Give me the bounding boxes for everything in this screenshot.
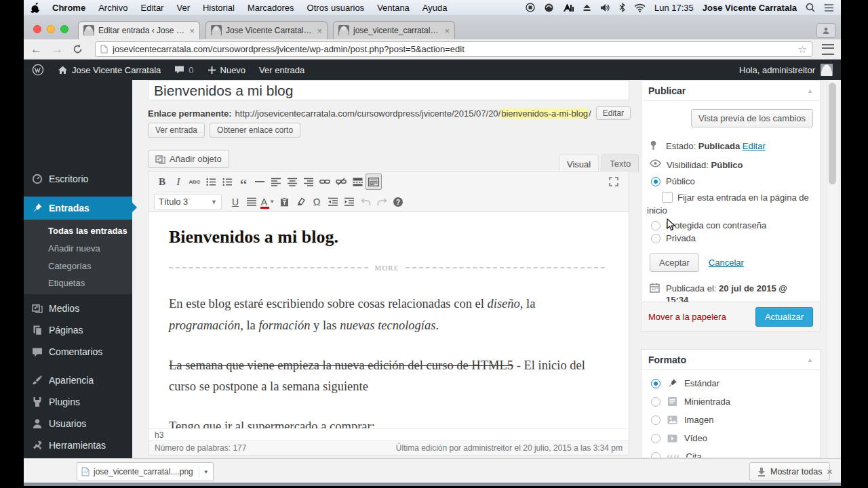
align-right-button[interactable] — [300, 174, 317, 190]
get-shortlink-button[interactable]: Obtener enlace corto — [210, 123, 300, 138]
reload-button[interactable] — [73, 44, 83, 54]
menubar-user[interactable]: Jose Vicente Carratala — [703, 3, 797, 13]
radio-button[interactable] — [651, 415, 660, 425]
sidebar-item-plugins[interactable]: Plugins — [24, 391, 132, 413]
remove-link-button[interactable] — [333, 174, 349, 190]
notification-center-icon[interactable] — [824, 3, 834, 12]
redo-button[interactable] — [374, 194, 390, 210]
wp-logo-icon[interactable] — [32, 64, 44, 76]
menubar-clock[interactable]: Lun 17:35 — [654, 3, 694, 13]
back-button[interactable]: ← — [31, 43, 42, 56]
add-media-button[interactable]: Añadir objeto — [148, 150, 229, 168]
format-select[interactable]: Título 3 ▼ — [154, 194, 222, 210]
chrome-menu-icon[interactable] — [822, 44, 834, 55]
bookmark-star-icon[interactable]: ☆ — [798, 43, 807, 56]
justify-button[interactable] — [243, 194, 260, 210]
text-color-button[interactable]: A▼ — [260, 194, 276, 210]
format-box-header[interactable]: Formato ▲ — [642, 350, 820, 370]
menubar-item-ventana[interactable]: Ventana — [377, 3, 410, 13]
edit-status-link[interactable]: Editar — [743, 141, 766, 151]
menubar-item-ayuda[interactable]: Ayuda — [422, 3, 448, 13]
address-bar[interactable]: josevicentecarratala.com/cursowordpress/… — [95, 41, 812, 57]
menubar-item-ver[interactable]: Ver — [176, 3, 190, 13]
submenu-todas-las-entradas[interactable]: Todas las entradas — [48, 226, 127, 236]
sidebar-item-entradas[interactable]: Entradas — [24, 197, 132, 220]
undo-button[interactable] — [357, 194, 374, 210]
view-post-link[interactable]: Ver entrada — [259, 65, 304, 75]
bluetooth-icon[interactable] — [619, 3, 625, 12]
tab-close-icon[interactable]: × — [444, 26, 450, 35]
menubar-item-otros-usuarios[interactable]: Otros usuarios — [307, 3, 365, 13]
menubar-item-archivo[interactable]: Archivo — [98, 3, 127, 13]
spotlight-search-icon[interactable] — [806, 3, 815, 12]
move-to-trash-link[interactable]: Mover a la papelera — [648, 312, 726, 322]
show-all-downloads-button[interactable]: Mostrar todas — [749, 462, 830, 481]
chevron-down-icon[interactable]: ▼ — [203, 469, 209, 475]
radio-button[interactable] — [651, 434, 660, 443]
menubar-app-name[interactable]: Chrome — [52, 3, 85, 13]
format-option-estandar[interactable]: Estándar — [651, 378, 820, 388]
eject-icon[interactable] — [583, 3, 591, 12]
paste-as-text-button[interactable] — [276, 194, 292, 210]
more-tag-button[interactable] — [349, 174, 366, 190]
sidebar-item-herramientas[interactable]: Herramientas — [24, 434, 132, 456]
tab-close-icon[interactable]: × — [189, 26, 195, 35]
post-title-input[interactable]: Bienvenidos a mi blog — [148, 80, 629, 100]
align-left-button[interactable] — [268, 174, 284, 190]
align-center-button[interactable] — [284, 174, 300, 190]
sticky-checkbox[interactable] — [662, 192, 673, 203]
collapse-toggle-icon[interactable]: ▲ — [807, 357, 813, 363]
strikethrough-button[interactable]: ABC — [186, 174, 203, 190]
close-window-button[interactable] — [33, 25, 41, 33]
bold-button[interactable]: B — [154, 174, 170, 190]
italic-button[interactable]: I — [170, 174, 186, 190]
indent-button[interactable] — [341, 194, 357, 210]
menubar-item-editar[interactable]: Editar — [140, 3, 163, 13]
clear-formatting-button[interactable] — [292, 194, 309, 210]
radio-button[interactable] — [651, 397, 660, 407]
help-button[interactable]: ? — [390, 194, 406, 210]
submenu-anadir-nueva[interactable]: Añadir nueva — [48, 243, 100, 253]
close-download-bar-icon[interactable]: × — [827, 466, 833, 477]
update-button[interactable]: Actualizar — [755, 307, 813, 327]
submenu-etiquetas[interactable]: Etiquetas — [48, 278, 85, 288]
publish-box-header[interactable]: Publicar ▲ — [642, 81, 820, 101]
view-post-button[interactable]: Ver entrada — [148, 123, 205, 138]
cancel-link[interactable]: Cancelar — [709, 258, 744, 268]
download-item[interactable]: jose_vicente_carratal....png ▼ — [77, 462, 214, 481]
site-link[interactable]: Jose Vicente Carratala — [58, 65, 161, 75]
insert-link-button[interactable] — [317, 174, 333, 190]
scrollbar-thumb[interactable] — [829, 83, 836, 184]
tab-texto[interactable]: Texto — [601, 155, 639, 172]
wifi-icon[interactable] — [634, 3, 646, 12]
sidebar-item-usuarios[interactable]: Usuarios — [24, 413, 132, 434]
submenu-categorias[interactable]: Categorías — [48, 261, 92, 271]
element-path[interactable]: h3 — [155, 430, 163, 440]
horizontal-rule-button[interactable] — [252, 174, 268, 190]
format-option-video[interactable]: Vídeo — [651, 433, 820, 443]
blockquote-button[interactable]: “ — [235, 170, 252, 193]
sidebar-item-escritorio[interactable]: Escritorio — [24, 168, 132, 190]
radio-button[interactable] — [651, 177, 660, 186]
profile-button[interactable] — [816, 23, 835, 38]
tab-jose-vicente[interactable]: Jose Vicente Carratala | Ot × — [205, 21, 328, 39]
radio-privada[interactable]: Privada — [651, 233, 812, 243]
radio-button[interactable] — [651, 379, 660, 388]
format-option-minientrada[interactable]: Minientrada — [651, 396, 820, 407]
numbered-list-button[interactable] — [219, 174, 235, 190]
sidebar-item-paginas[interactable]: Páginas — [24, 319, 132, 341]
special-character-button[interactable]: Ω — [309, 194, 325, 210]
sidebar-item-medios[interactable]: Medios — [24, 298, 132, 319]
radio-button[interactable] — [651, 452, 660, 459]
edit-permalink-button[interactable]: Editar — [596, 106, 631, 120]
new-content-link[interactable]: Nuevo — [208, 65, 246, 75]
editor-content[interactable]: Bienvenidos a mi blog. MORE En este blog… — [149, 212, 629, 429]
menubar-item-historial[interactable]: Historial — [203, 3, 235, 13]
minimize-window-button[interactable] — [47, 25, 55, 33]
page-scrollbar[interactable] — [827, 80, 838, 458]
comments-link[interactable]: 0 — [174, 65, 193, 75]
format-option-cita[interactable]: ““ Cita — [651, 451, 820, 458]
radio-button[interactable] — [651, 221, 660, 230]
toolbar-toggle-button[interactable] — [366, 174, 382, 190]
maximize-window-button[interactable] — [60, 25, 68, 33]
